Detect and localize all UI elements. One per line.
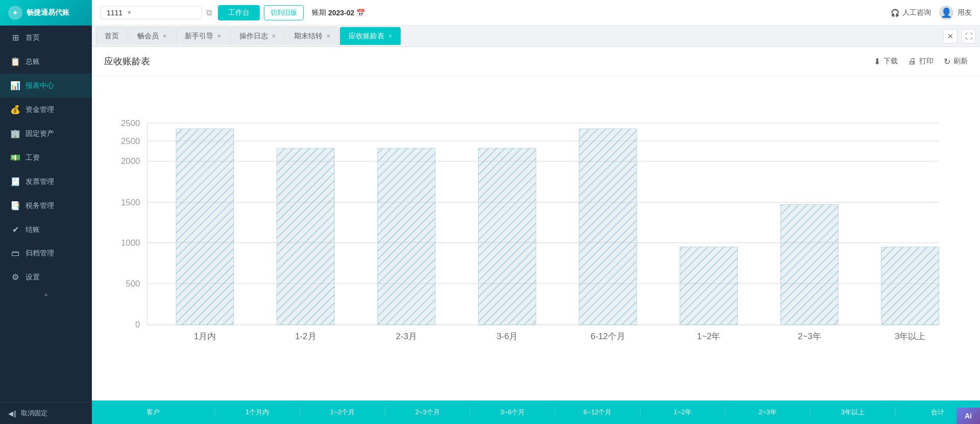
svg-text:1000: 1000 (121, 238, 140, 248)
calendar-icon[interactable]: 📅 (356, 9, 365, 17)
tab-bar: 首页 畅会员 × 新手引导 × 操作日志 × 期末结转 × 应收账龄表 × (92, 26, 980, 47)
logo-area: ✦ 畅捷通易代账 (0, 0, 92, 26)
page-title: 应收账龄表 (104, 55, 150, 67)
sidebar-item-ledger[interactable]: 📋 总账 (0, 50, 92, 74)
sidebar-item-label: 工资 (26, 153, 40, 162)
sidebar-item-reports[interactable]: 📊 报表中心 (0, 74, 92, 98)
col-customer: 客户 (92, 408, 215, 417)
user-area[interactable]: 👤 用友 (939, 6, 972, 20)
svg-text:1500: 1500 (121, 198, 140, 207)
sidebar-item-fixed-assets[interactable]: 🏢 固定资产 (0, 122, 92, 146)
sidebar-item-home[interactable]: ⊞ 首页 (0, 26, 92, 50)
cancel-pin-button[interactable]: ◀‖ 取消固定 (0, 402, 92, 424)
ledger-icon: 📋 (10, 57, 20, 66)
sidebar-item-tax[interactable]: 📑 税务管理 (0, 194, 92, 218)
page-content: 应收账龄表 ⬇ 下载 🖨 打印 ↻ 刷新 (92, 47, 980, 424)
close-icon[interactable]: × (327, 33, 330, 40)
print-button[interactable]: 🖨 打印 (908, 57, 934, 66)
support-button[interactable]: 🎧 人工咨询 (891, 8, 931, 17)
bar-6 (680, 247, 738, 324)
ai-badge[interactable]: Ai (957, 408, 980, 424)
tab-guide[interactable]: 新手引导 × (176, 27, 230, 45)
refresh-button[interactable]: ↻ 刷新 (944, 57, 968, 66)
tab-period-close[interactable]: 期末结转 × (285, 27, 339, 45)
svg-text:2~3年: 2~3年 (798, 332, 821, 341)
close-icon[interactable]: × (388, 33, 392, 40)
company-name: 1111 (107, 9, 122, 17)
download-button[interactable]: ⬇ 下载 (874, 57, 898, 66)
tab-actions: ✕ ⛶ (943, 29, 976, 43)
logo-text: 畅捷通易代账 (27, 8, 69, 17)
copy-icon[interactable]: ⧉ (206, 8, 212, 17)
sidebar-item-label: 设置 (26, 273, 40, 282)
period-value: 2023-02 (328, 9, 354, 17)
chevron-down-icon: ▼ (127, 10, 132, 15)
sidebar-item-archive[interactable]: 🗃 归档管理 (0, 242, 92, 265)
maximize-button[interactable]: ⛶ (962, 29, 976, 43)
col-3-6m: 3~6个月 (470, 408, 555, 417)
tab-home[interactable]: 首页 (96, 27, 128, 45)
tab-oplog[interactable]: 操作日志 × (231, 27, 284, 45)
logo-icon: ✦ (8, 6, 22, 20)
finance-icon: 💰 (10, 105, 20, 114)
sidebar-item-payroll[interactable]: 💵 工资 (0, 146, 92, 170)
reports-icon: 📊 (10, 81, 20, 90)
company-selector[interactable]: 1111 ▼ (100, 6, 202, 19)
close-accounts-icon: ✔ (10, 225, 20, 234)
col-1m: 1个月内 (215, 408, 300, 417)
sidebar: ⊞ 首页 📋 总账 📊 报表中心 💰 资金管理 🏢 固定资产 💵 工资 🧾 发票… (0, 26, 92, 424)
sidebar-item-invoice[interactable]: 🧾 发票管理 (0, 170, 92, 194)
col-2-3y: 2~3年 (725, 408, 811, 417)
close-tab-button[interactable]: ✕ (943, 29, 958, 43)
col-6-12m: 6~12个月 (555, 408, 641, 417)
sidebar-item-settings[interactable]: ⚙ 设置 (0, 265, 92, 289)
page-header: 应收账龄表 ⬇ 下载 🖨 打印 ↻ 刷新 (92, 47, 980, 76)
fixed-assets-icon: 🏢 (10, 129, 20, 138)
sidebar-item-label: 首页 (26, 33, 40, 42)
refresh-icon: ↻ (944, 57, 950, 66)
col-3y-plus: 3年以上 (811, 408, 896, 417)
sidebar-item-label: 总账 (26, 57, 40, 66)
tab-member[interactable]: 畅会员 × (129, 27, 175, 45)
close-icon[interactable]: × (217, 33, 221, 40)
sidebar-item-label: 发票管理 (26, 177, 54, 186)
user-name: 用友 (958, 8, 972, 17)
svg-text:2500: 2500 (121, 136, 140, 146)
tab-ar-aging[interactable]: 应收账龄表 × (340, 27, 401, 45)
bar-chart: 0 500 1000 1500 2000 2500 2500 (104, 86, 968, 390)
main-layout: ⊞ 首页 📋 总账 📊 报表中心 💰 资金管理 🏢 固定资产 💵 工资 🧾 发票… (0, 26, 980, 424)
svg-text:3-6月: 3-6月 (497, 332, 518, 341)
bar-5 (579, 129, 637, 325)
close-icon[interactable]: × (163, 33, 166, 40)
content-area: 首页 畅会员 × 新手引导 × 操作日志 × 期末结转 × 应收账龄表 × (92, 26, 980, 424)
home-icon: ⊞ (10, 33, 20, 42)
sidebar-item-label: 资金管理 (26, 105, 54, 114)
sidebar-item-label: 报表中心 (26, 81, 54, 90)
switch-version-button[interactable]: 切到旧版 (264, 5, 304, 20)
scroll-indicator: ▲ (0, 289, 92, 299)
bar-1 (176, 129, 234, 325)
svg-text:2000: 2000 (121, 156, 140, 166)
bar-3 (378, 148, 435, 324)
svg-text:1月内: 1月内 (194, 332, 216, 341)
pin-icon: ◀‖ (8, 410, 17, 417)
payroll-icon: 💵 (10, 153, 20, 162)
workbench-button[interactable]: 工作台 (218, 5, 260, 20)
bar-4 (478, 148, 536, 324)
bar-7 (780, 204, 838, 324)
download-icon: ⬇ (874, 57, 880, 66)
svg-text:2-3月: 2-3月 (396, 332, 416, 341)
gear-icon: ⚙ (10, 272, 20, 282)
chart-area: 0 500 1000 1500 2000 2500 2500 (92, 76, 980, 401)
sidebar-item-close-accounts[interactable]: ✔ 结账 (0, 218, 92, 242)
svg-text:1~2年: 1~2年 (697, 332, 721, 341)
col-1-2m: 1~2个月 (300, 408, 385, 417)
page-actions: ⬇ 下载 🖨 打印 ↻ 刷新 (874, 57, 968, 66)
header-right: 🎧 人工咨询 👤 用友 (891, 6, 972, 20)
col-2-3m: 2~3个月 (385, 408, 471, 417)
sidebar-item-label: 结账 (26, 225, 40, 234)
close-icon[interactable]: × (272, 33, 276, 40)
sidebar-item-label: 税务管理 (26, 201, 54, 210)
sidebar-item-finance[interactable]: 💰 资金管理 (0, 98, 92, 122)
col-1-2y: 1~2年 (641, 408, 726, 417)
